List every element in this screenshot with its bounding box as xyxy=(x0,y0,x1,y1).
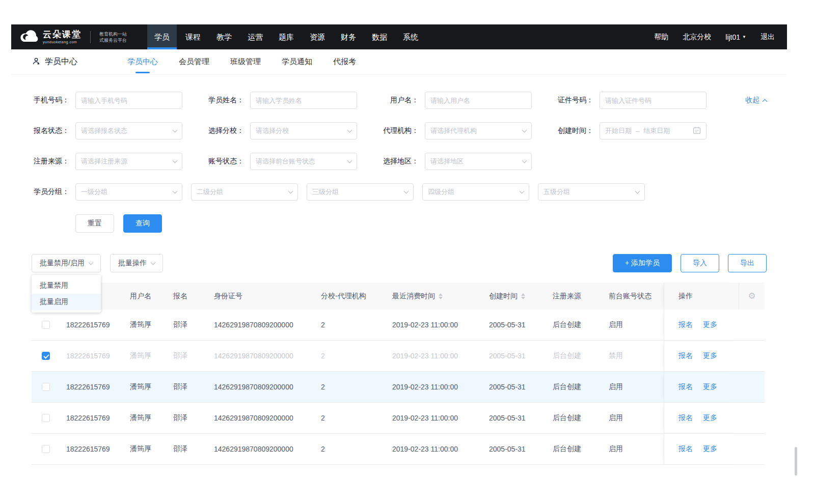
group-select-level-2[interactable]: 二级分组 xyxy=(191,183,298,201)
group-select-level-3[interactable]: 三级分组 xyxy=(307,183,414,201)
collapse-toggle[interactable]: 收起 xyxy=(745,96,767,105)
more-action-link[interactable]: 更多 xyxy=(703,444,717,454)
row-checkbox[interactable] xyxy=(42,383,50,391)
help-link[interactable]: 帮助 xyxy=(654,33,668,42)
table-row: 18222615769潘筠厚邵泽142629198708092000002201… xyxy=(32,341,765,372)
id-number-label: 证件号码： xyxy=(556,96,600,105)
row-checkbox[interactable] xyxy=(42,352,50,360)
topnav-item-7[interactable]: 数据 xyxy=(365,24,394,49)
enroll-action-link[interactable]: 报名 xyxy=(678,413,693,423)
more-action-link[interactable]: 更多 xyxy=(703,382,717,391)
group-label: 学员分组： xyxy=(32,187,75,197)
topnav-item-8[interactable]: 系统 xyxy=(396,24,425,49)
filter-buttons: 重置 查询 xyxy=(75,214,767,233)
cell-branch-agency: 2 xyxy=(315,341,386,371)
table-header: 用户名 报名 身份证号 分校-代理机构 最近消费时间 创建时间 注册来源 前台账… xyxy=(32,283,765,310)
collapse-label: 收起 xyxy=(745,96,759,105)
export-button[interactable]: 导出 xyxy=(728,254,767,272)
subnav-tab-4[interactable]: 代报考 xyxy=(333,49,356,74)
topnav-item-1[interactable]: 课程 xyxy=(178,24,208,49)
select-placeholder: 二级分组 xyxy=(197,187,223,197)
header-recent-consume-label: 最近消费时间 xyxy=(392,292,435,301)
group-select-level-1[interactable]: 一级分组 xyxy=(75,183,182,201)
group-select-level-5[interactable]: 五级分组 xyxy=(538,183,645,201)
subnav-tab-3[interactable]: 学员通知 xyxy=(282,49,312,74)
chevron-down-icon xyxy=(347,128,352,133)
student-name-input[interactable] xyxy=(250,92,357,109)
sort-carets-icon[interactable] xyxy=(521,293,525,299)
topnav-item-3[interactable]: 运营 xyxy=(240,24,270,49)
cell-branch-agency: 2 xyxy=(315,310,386,340)
branch-select[interactable]: 请选择分校 xyxy=(250,122,357,139)
gear-icon[interactable]: ⚙ xyxy=(748,292,755,300)
agency-select[interactable]: 请选择代理机构 xyxy=(425,122,532,139)
vertical-scrollbar[interactable] xyxy=(795,447,797,475)
dropdown-item-1[interactable]: 批量启用 xyxy=(32,294,101,310)
row-checkbox[interactable] xyxy=(42,414,50,422)
row-checkbox-cell xyxy=(32,403,60,433)
username-input[interactable] xyxy=(425,92,532,109)
logo-tagline-line2: 式服务云平台 xyxy=(99,37,127,43)
app-window: 云朵课堂 yunduoketang.com 教育机构一站 式服务云平台 学员课程… xyxy=(11,24,787,483)
person-icon xyxy=(32,57,41,68)
row-settings-cell xyxy=(739,310,765,340)
chevron-down-icon xyxy=(88,260,93,265)
subnav-tab-0[interactable]: 学员中心 xyxy=(127,49,158,74)
chevron-down-icon xyxy=(288,189,293,194)
more-action-link[interactable]: 更多 xyxy=(703,413,717,423)
enroll-action-link[interactable]: 报名 xyxy=(678,382,693,391)
filter-row-1: 手机号码： 学员姓名： 用户名： 证件号码： xyxy=(32,92,767,109)
header-username: 用户名 xyxy=(124,283,167,310)
batch-dropdown-menu: 批量禁用批量启用 xyxy=(32,275,101,313)
branch-link[interactable]: 北京分校 xyxy=(683,33,711,42)
batch-toggle-button[interactable]: 批量禁用/启用 xyxy=(32,254,101,272)
created-time-range-picker[interactable]: 开始日期 – 结束日期 xyxy=(600,122,707,139)
dropdown-item-0[interactable]: 批量禁用 xyxy=(32,277,101,294)
search-button[interactable]: 查询 xyxy=(123,214,162,233)
header-reg-source: 注册来源 xyxy=(547,283,603,310)
group-select-level-4[interactable]: 四级分组 xyxy=(422,183,529,201)
cell-id-number: 14262919870809200000 xyxy=(208,310,315,340)
more-action-link[interactable]: 更多 xyxy=(703,351,717,360)
topnav-item-2[interactable]: 教学 xyxy=(209,24,239,49)
filter-student-name: 学员姓名： xyxy=(206,92,357,109)
top-bar: 云朵课堂 yunduoketang.com 教育机构一站 式服务云平台 学员课程… xyxy=(11,24,787,49)
topnav-item-4[interactable]: 题库 xyxy=(271,24,301,49)
top-bar-right: 帮助 北京分校 lijt01 ▼ 退出 xyxy=(654,24,775,49)
row-actions-cell: 报名更多 xyxy=(664,341,739,371)
account-status-select[interactable]: 请选择前台账号状态 xyxy=(250,153,357,170)
filter-region: 选择地区： 请选择地区 xyxy=(381,153,532,170)
cell-id-number: 14262919870809200000 xyxy=(208,403,315,433)
phone-input[interactable] xyxy=(75,92,182,109)
agency-label: 代理机构： xyxy=(381,126,425,135)
more-action-link[interactable]: 更多 xyxy=(703,320,717,329)
topnav-item-0[interactable]: 学员 xyxy=(147,24,177,49)
enroll-action-link[interactable]: 报名 xyxy=(678,444,693,454)
id-number-input[interactable] xyxy=(600,92,707,109)
region-select[interactable]: 请选择地区 xyxy=(425,153,532,170)
enroll-action-link[interactable]: 报名 xyxy=(678,320,693,329)
logout-link[interactable]: 退出 xyxy=(760,33,775,42)
row-checkbox[interactable] xyxy=(42,445,50,453)
enroll-status-select[interactable]: 请选择报名状态 xyxy=(75,122,182,139)
user-menu[interactable]: lijt01 ▼ xyxy=(725,33,746,41)
enroll-action-link[interactable]: 报名 xyxy=(678,351,693,360)
cell-id-number: 14262919870809200000 xyxy=(208,372,315,402)
subnav-tab-1[interactable]: 会员管理 xyxy=(179,49,209,74)
logo-text: 云朵课堂 yunduoketang.com xyxy=(43,30,82,44)
topnav-item-6[interactable]: 财务 xyxy=(334,24,363,49)
cell-recent-consume: 2019-02-23 11:00:00 xyxy=(386,310,483,340)
add-student-button[interactable]: + 添加学员 xyxy=(613,254,672,272)
sort-carets-icon[interactable] xyxy=(439,293,443,299)
chevron-down-icon xyxy=(173,189,178,194)
cell-recent-consume: 2019-02-23 11:00:00 xyxy=(386,341,483,371)
row-checkbox[interactable] xyxy=(42,321,50,329)
topnav-item-5[interactable]: 资源 xyxy=(303,24,332,49)
reg-source-select[interactable]: 请选择注册来源 xyxy=(75,153,182,170)
table-row: 18222615769潘筠厚邵泽142629198708092000002201… xyxy=(32,403,765,434)
import-button[interactable]: 导入 xyxy=(681,254,719,272)
reset-button[interactable]: 重置 xyxy=(75,214,114,233)
batch-ops-button[interactable]: 批量操作 xyxy=(110,254,163,272)
cell-enroll: 邵泽 xyxy=(167,434,208,464)
subnav-tab-2[interactable]: 班级管理 xyxy=(230,49,261,74)
